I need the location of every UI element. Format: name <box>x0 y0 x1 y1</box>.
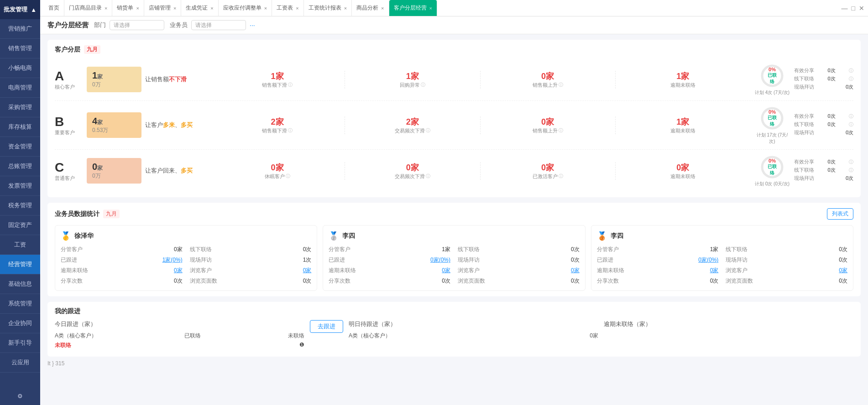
stat-label-A-3: 逾期未联络 <box>617 82 748 89</box>
tab-close-生成凭证[interactable]: × <box>210 5 213 11</box>
go-follow-button[interactable]: 去跟进 <box>310 320 343 333</box>
circle-plan-C: 计划 0次 (0天/次) <box>754 181 790 187</box>
sidebar-item-资金管理[interactable]: 资金管理 <box>0 137 40 157</box>
biz-stat-val-2-2[interactable]: 0家(0%) <box>698 256 718 264</box>
tab-店铺管理[interactable]: 店铺管理× <box>144 0 181 16</box>
tab-bar-actions: — □ ✕ <box>842 5 864 12</box>
biz-stat-0-7: 浏览页面数0次 <box>190 277 312 285</box>
biz-stat-2-1: 线下联络0次 <box>726 246 847 253</box>
stat-num-A-0: 1家 <box>212 71 343 82</box>
filter-more-icon[interactable]: ··· <box>250 21 255 29</box>
follow-tomorrow-block: 明日待跟进（家） A类（核心客户） 0家 <box>349 320 598 342</box>
tier-stats-C: 0家休眠客户 ⓘ0家交易频次下滑 ⓘ0家已激活客户 ⓘ0家逾期未联络 <box>210 162 750 180</box>
biz-stat-2-3: 现场拜访0次 <box>726 256 847 264</box>
sidebar-item-库存核算[interactable]: 库存核算 <box>0 117 40 137</box>
sidebar-item-采购管理[interactable]: 采购管理 <box>0 98 40 117</box>
sidebar-item-税务管理[interactable]: 税务管理 <box>0 196 40 216</box>
sidebar-footer-settings[interactable]: ⚙ <box>0 387 40 405</box>
tab-close-门店商品目录[interactable]: × <box>105 5 107 11</box>
biz-card-0: 🥇徐泽华分管客户0家线下联络0次已跟进1家(0%)现场拜访1次逾期未联络0家浏览… <box>55 225 317 291</box>
biz-stat-val-1-2[interactable]: 0家(0%) <box>430 256 450 264</box>
biz-card-header-0: 🥇徐泽华 <box>61 231 311 241</box>
biz-stat-val-1-4[interactable]: 0家 <box>442 267 450 274</box>
follow-grid: 今日跟进（家） A类（核心客户） 已联络 未联络 未联络 ❶ 去跟进 明日待跟进 <box>55 320 853 351</box>
tier-stat-C-2: 0家已激活客户 ⓘ <box>481 162 616 180</box>
tier-stat-B-0: 2家销售额下滑 ⓘ <box>210 116 345 134</box>
biz-stat-val-2-5[interactable]: 0家 <box>839 267 847 274</box>
tab-window-close[interactable]: ✕ <box>859 5 864 12</box>
sidebar-item-基础信息[interactable]: 基础信息 <box>0 274 40 294</box>
tab-工资统计报表[interactable]: 工资统计报表× <box>304 0 352 16</box>
tier-stat-A-3: 1家逾期未联络 <box>616 71 750 89</box>
biz-medal-2: 🥉 <box>597 231 607 241</box>
tab-应收应付调整单[interactable]: 应收应付调整单× <box>219 0 272 16</box>
right-stat-C-1: 线下联络0次ⓘ <box>794 167 853 174</box>
sidebar-item-小畅电商[interactable]: 小畅电商 <box>0 58 40 78</box>
tab-close-商品分析[interactable]: × <box>381 5 384 11</box>
tier-stat-C-0: 0家休眠客户 ⓘ <box>210 162 345 180</box>
sidebar-toggle-icon[interactable]: ▲ <box>31 6 37 13</box>
biz-stat-val-0-4[interactable]: 0家 <box>174 267 183 274</box>
sidebar-item-销售管理[interactable]: 销售管理 <box>0 39 40 58</box>
biz-stat-val-0-2[interactable]: 1家(0%) <box>162 256 183 264</box>
tier-name-B: 重要客户 <box>55 129 87 136</box>
tab-生成凭证[interactable]: 生成凭证× <box>181 0 218 16</box>
tab-window-minimize[interactable]: — <box>842 5 848 12</box>
tier-stat-C-1: 0家交易频次下滑 ⓘ <box>345 162 480 180</box>
tier-letter-C: C <box>55 160 87 175</box>
sidebar-item-发票管理[interactable]: 发票管理 <box>0 176 40 196</box>
sidebar-item-固定资产[interactable]: 固定资产 <box>0 216 40 235</box>
sidebar-item-工资[interactable]: 工资 <box>0 235 40 255</box>
list-view-button[interactable]: 列表式 <box>827 208 853 220</box>
tab-close-客户分层经营[interactable]: × <box>429 5 432 11</box>
sidebar-item-企业协同[interactable]: 企业协同 <box>0 314 40 333</box>
sidebar-item-新手引导[interactable]: 新手引导 <box>0 333 40 353</box>
tab-销货单[interactable]: 销货单× <box>112 0 144 16</box>
biz-stat-val-0-5[interactable]: 0家 <box>303 267 312 274</box>
right-stat-C-0: 有效分享0次ⓘ <box>794 158 853 165</box>
tab-close-工资统计报表[interactable]: × <box>344 5 347 11</box>
tier-label-B: B重要客户 <box>55 115 87 136</box>
tab-商品分析[interactable]: 商品分析× <box>352 0 389 16</box>
tab-window-maximize[interactable]: □ <box>852 5 855 12</box>
stat-num-C-3: 0家 <box>617 162 748 173</box>
right-stat-B-0: 有效分享0次ⓘ <box>794 113 853 120</box>
biz-stat-0-4: 逾期未联络0家 <box>61 267 183 274</box>
stat-label-C-3: 逾期未联络 <box>617 173 748 180</box>
tab-close-店铺管理[interactable]: × <box>173 5 176 11</box>
tab-close-销货单[interactable]: × <box>136 5 139 11</box>
biz-stat-0-1: 线下联络0次 <box>190 246 312 253</box>
tab-工资表[interactable]: 工资表× <box>272 0 303 16</box>
tab-客户分层经营[interactable]: 客户分层经营× <box>389 0 437 16</box>
tab-门店商品目录[interactable]: 门店商品目录× <box>64 0 112 16</box>
sidebar-header[interactable]: 批发管理 ▲ <box>0 0 40 19</box>
dept-select[interactable]: 请选择 <box>110 20 164 30</box>
tier-right-stats-B: 有效分享0次ⓘ线下联络0次ⓘ现场拜访0次 <box>794 113 853 137</box>
sidebar-item-总账管理[interactable]: 总账管理 <box>0 157 40 176</box>
biz-stat-2-2: 已跟进0家(0%) <box>597 256 719 264</box>
main-area: 首页门店商品目录×销货单×店铺管理×生成凭证×应收应付调整单×工资表×工资统计报… <box>40 0 868 405</box>
sidebar-item-经营管理[interactable]: 经营管理 <box>0 255 40 274</box>
sidebar-item-电商管理[interactable]: 电商管理 <box>0 78 40 98</box>
sidebar-item-云应用[interactable]: 云应用 <box>0 353 40 373</box>
tab-首页[interactable]: 首页 <box>44 0 64 16</box>
right-stat-A-0: 有效分享0次ⓘ <box>794 67 853 74</box>
salesperson-select[interactable]: 请选择 <box>191 20 246 30</box>
circle-plan-B: 计划 17次 (7天/次) <box>754 132 790 145</box>
biz-stat-1-6: 分享次数0次 <box>329 277 450 285</box>
biz-stat-val-1-5[interactable]: 0家 <box>571 267 580 274</box>
tier-count-num-A: 1家 <box>92 70 136 81</box>
right-stat-C-2: 现场拜访0次 <box>794 175 853 182</box>
biz-stat-val-2-4[interactable]: 0家 <box>710 267 719 274</box>
biz-stat-1-0: 分管客户1家 <box>329 246 450 253</box>
follow-overdue-title: 逾期未联络（家） <box>604 320 853 328</box>
follow-val-core: 已联络 <box>184 332 201 340</box>
right-stat-B-1: 线下联络0次ⓘ <box>794 121 853 128</box>
stat-label-B-0: 销售额下滑 ⓘ <box>212 127 343 134</box>
follow-tomorrow-title: 明日待跟进（家） <box>349 320 598 328</box>
sidebar-item-营销推广[interactable]: 营销推广 <box>0 19 40 39</box>
sidebar: 批发管理 ▲ 营销推广销售管理小畅电商电商管理采购管理库存核算资金管理总账管理发… <box>0 0 40 405</box>
sidebar-item-系统管理[interactable]: 系统管理 <box>0 294 40 314</box>
tab-close-应收应付调整单[interactable]: × <box>264 5 267 11</box>
tab-close-工资表[interactable]: × <box>296 5 298 11</box>
